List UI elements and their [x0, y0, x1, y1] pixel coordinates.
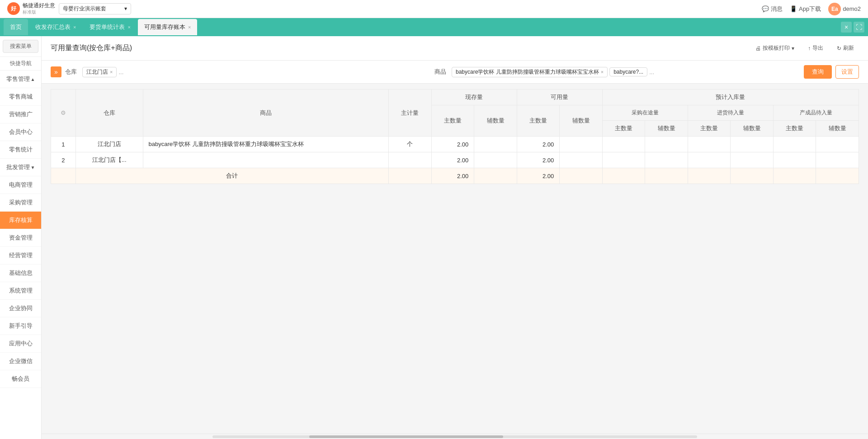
logo-icon: 好: [7, 2, 20, 15]
sidebar-item-vip-label: 畅会员: [12, 375, 29, 382]
scrollbar-thumb[interactable]: [309, 435, 503, 438]
tab-inventory-close[interactable]: ×: [188, 24, 191, 30]
th-stock-group-cell: 现存量: [431, 90, 517, 105]
cell-available-aux: [560, 137, 603, 152]
warehouse-tag-close[interactable]: ×: [110, 69, 113, 75]
gear-icon[interactable]: ⚙: [61, 109, 66, 116]
sidebar-item-wholesale[interactable]: 批发管理 ▼: [0, 159, 41, 176]
sidebar-item-inventory[interactable]: 库存核算: [0, 212, 41, 229]
filter-right-btns: 查询 设置: [804, 65, 859, 79]
th-available-group-cell: 可用量: [517, 90, 602, 105]
tab-collect-close[interactable]: ×: [73, 24, 76, 30]
warehouse-tag[interactable]: 江北门店 ×: [82, 67, 117, 77]
th-pa: 辅数量: [645, 121, 688, 137]
sidebar-item-member[interactable]: 会员中心: [0, 123, 41, 141]
product-tag-2-value: babycare?...: [613, 69, 643, 75]
message-icon: 💬: [762, 5, 769, 12]
tab-order[interactable]: 要货单统计表 ×: [83, 19, 137, 35]
tab-home-label: 首页: [10, 23, 22, 31]
cell-production-main: [773, 137, 816, 152]
th-forecast-group-cell: 预计入库量: [602, 90, 859, 105]
logo-text-block: 畅捷通好生意 标准版: [23, 2, 55, 15]
settings-button[interactable]: 设置: [835, 65, 859, 79]
sidebar-nav-btn[interactable]: 快捷导航: [0, 57, 41, 71]
th-sm: 主数量: [431, 105, 474, 137]
sidebar-item-retail-mgmt[interactable]: 零售管理 ▲: [0, 71, 41, 88]
expand-filter-btn[interactable]: »: [51, 66, 61, 77]
cell-index: 1: [51, 137, 76, 152]
tab-inventory-label: 可用量库存账本: [144, 23, 185, 31]
page-title: 可用量查询(按仓库+商品): [51, 43, 132, 53]
sidebar-item-purchase-label: 采购管理: [9, 199, 33, 206]
product-tag-1-close[interactable]: ×: [601, 69, 604, 75]
filter-area: » 仓库 江北门店 × ... 商品 babycare学饮杯 儿童防摔防撞吸管杯…: [42, 61, 868, 84]
main-layout: 搜索菜单 快捷导航 零售管理 ▲ 零售商城 营销推广 会员中心 零售统计 批发管…: [0, 36, 868, 439]
sidebar-item-operations-label: 经营管理: [9, 252, 33, 259]
footer-row: 合计 2.00 2.00: [51, 168, 859, 184]
refresh-btn[interactable]: ↻ 刷新: [832, 42, 859, 55]
query-button[interactable]: 查询: [804, 65, 832, 79]
sidebar-item-marketing-label: 营销推广: [9, 111, 33, 118]
search-menu-btn[interactable]: 搜索菜单: [3, 40, 38, 53]
cell-index: 2: [51, 152, 76, 168]
sidebar-search-area: 搜索菜单: [0, 36, 41, 57]
tab-collect[interactable]: 收发存汇总表 ×: [29, 19, 82, 35]
nav-right-btns: × ⛶: [841, 22, 864, 33]
sidebar-item-vip[interactable]: 畅会员: [0, 370, 41, 388]
sidebar-item-finance[interactable]: 资金管理: [0, 229, 41, 247]
user-area[interactable]: Ea demo2: [828, 3, 861, 15]
sidebar-item-retail-stats-label: 零售统计: [9, 146, 33, 153]
export-btn[interactable]: ↑ 导出: [803, 42, 828, 55]
sidebar-item-cooperation[interactable]: 企业协同: [0, 300, 41, 317]
app-download-btn[interactable]: 📱 App下载: [790, 5, 821, 13]
fullscreen-btn[interactable]: ⛶: [854, 22, 864, 33]
th-production-group-cell: 产成品待入量: [773, 105, 859, 121]
th-am: 主数量: [517, 105, 560, 137]
username: demo2: [843, 5, 861, 12]
th-product-cell: 商品: [143, 90, 389, 137]
product-more-btn[interactable]: ...: [649, 69, 654, 76]
cell-incoming-aux: [731, 152, 774, 168]
print-chevron-icon: ▾: [792, 45, 794, 52]
warehouse-more-btn[interactable]: ...: [118, 69, 123, 76]
sidebar-item-onboarding[interactable]: 新手引导: [0, 317, 41, 335]
horizontal-scrollbar[interactable]: [212, 435, 698, 438]
top-bar: 好 畅捷通好生意 标准版 母婴行业演示账套 ▾ 💬 消息 📱 App下载 Ea …: [0, 0, 868, 18]
sidebar-item-app-center[interactable]: 应用中心: [0, 335, 41, 353]
sidebar-item-retail-mall[interactable]: 零售商城: [0, 88, 41, 106]
sidebar-item-cooperation-label: 企业协同: [9, 305, 33, 312]
th-incoming-group-cell: 进货待入量: [688, 105, 773, 121]
tab-order-close[interactable]: ×: [127, 24, 130, 30]
cell-uom: 个: [389, 137, 432, 152]
footer-available-aux: [560, 168, 603, 184]
logo-sub: 标准版: [23, 9, 55, 15]
sidebar-item-marketing[interactable]: 营销推广: [0, 106, 41, 123]
th-ia: 辅数量: [731, 121, 774, 137]
th-prm: 主数量: [773, 121, 816, 137]
product-tag-2[interactable]: babycare?...: [609, 67, 647, 76]
tab-inventory[interactable]: 可用量库存账本 ×: [138, 19, 197, 35]
sidebar-section: 零售管理 ▲ 零售商城 营销推广 会员中心 零售统计 批发管理 ▼ 电商管理: [0, 71, 41, 388]
product-tag-1[interactable]: babycare学饮杯 儿童防摔防撞吸管杯重力球吸嘴杯宝宝水杯 ×: [452, 67, 608, 77]
footer-purchase-main: [602, 168, 645, 184]
cell-product: babycare学饮杯 儿童防摔防撞吸管杯重力球吸嘴杯宝宝水杯: [143, 137, 389, 152]
sidebar-item-enterprise-wx[interactable]: 企业微信: [0, 353, 41, 370]
footer-production-aux: [816, 168, 859, 184]
avatar: Ea: [828, 3, 841, 15]
th-pm: 主数量: [602, 121, 645, 137]
table-row: 1 江北门店 babycare学饮杯 儿童防摔防撞吸管杯重力球吸嘴杯宝宝水杯 个…: [51, 137, 859, 152]
print-btn[interactable]: 🖨 按模板打印 ▾: [750, 42, 799, 55]
sidebar-item-enterprise-wx-label: 企业微信: [9, 358, 33, 364]
sidebar-item-basic-info[interactable]: 基础信息: [0, 264, 41, 282]
sidebar-item-purchase[interactable]: 采购管理: [0, 194, 41, 212]
tab-home[interactable]: 首页: [4, 19, 28, 35]
tab-order-label: 要货单统计表: [90, 23, 125, 31]
tenant-selector[interactable]: 母婴行业演示账套 ▾: [59, 3, 131, 14]
sidebar-item-operations[interactable]: 经营管理: [0, 247, 41, 264]
sidebar-item-ecommerce[interactable]: 电商管理: [0, 176, 41, 194]
th-aa: 辅数量: [560, 105, 603, 137]
sidebar-item-system[interactable]: 系统管理: [0, 282, 41, 300]
message-btn[interactable]: 💬 消息: [762, 5, 783, 13]
sidebar-item-retail-stats[interactable]: 零售统计: [0, 141, 41, 159]
close-all-btn[interactable]: ×: [841, 22, 852, 33]
